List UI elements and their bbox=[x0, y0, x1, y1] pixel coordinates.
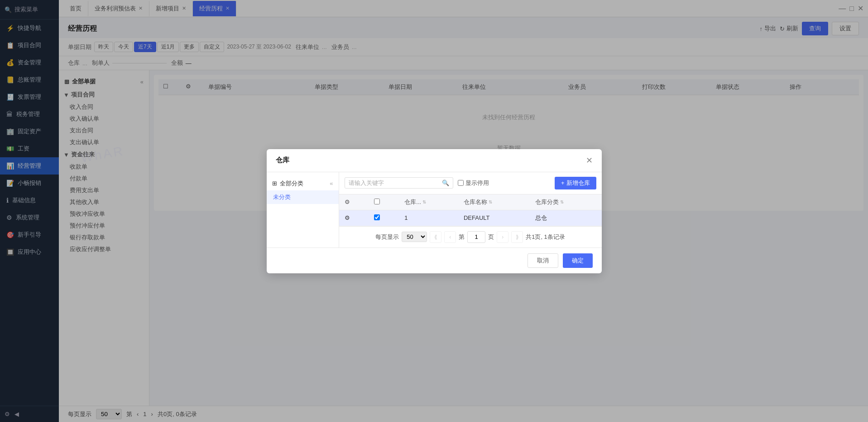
modal-per-page-label: 每页显示 bbox=[375, 233, 399, 241]
modal-col-checkbox-all[interactable] bbox=[369, 194, 399, 210]
table-row[interactable]: ⚙ 1 DEFAULT 总仓 bbox=[339, 210, 602, 226]
modal-page-suffix: 页 bbox=[488, 233, 494, 241]
modal-search-icon: 🔍 bbox=[442, 179, 449, 186]
modal-next-page-btn[interactable]: › bbox=[497, 231, 508, 243]
modal-toolbar: 🔍 显示停用 + 新增仓库 bbox=[339, 172, 602, 194]
modal-cancel-btn[interactable]: 取消 bbox=[528, 253, 558, 268]
modal-total-records: 共1页, 1条记录 bbox=[526, 233, 565, 241]
modal-left-panel: ⊞ 全部分类 « 未分类 bbox=[267, 172, 339, 247]
modal-body: ⊞ 全部分类 « 未分类 🔍 显示停用 bbox=[267, 172, 602, 247]
show-disabled-checkbox[interactable] bbox=[458, 180, 464, 186]
modal-first-page-btn[interactable]: ⟪ bbox=[430, 231, 441, 243]
modal-left-header: ⊞ 全部分类 « bbox=[267, 177, 339, 190]
sort-icon-cat: ⇅ bbox=[560, 199, 564, 204]
sort-icon-name: ⇅ bbox=[489, 199, 492, 204]
add-btn-label: 新增仓库 bbox=[566, 179, 590, 187]
modal-uncategorized-label: 未分类 bbox=[273, 193, 291, 201]
show-disabled-checkbox-label[interactable]: 显示停用 bbox=[458, 179, 489, 187]
modal-header: 仓库 ✕ bbox=[267, 149, 602, 172]
row-id: 1 bbox=[399, 210, 458, 226]
row-gear: ⚙ bbox=[339, 210, 369, 226]
modal-close-btn[interactable]: ✕ bbox=[586, 155, 593, 165]
row-checkbox-cell[interactable] bbox=[369, 210, 399, 226]
grid-icon2: ⊞ bbox=[272, 180, 277, 187]
modal-left-collapse-btn[interactable]: « bbox=[330, 180, 333, 187]
select-all-checkbox[interactable] bbox=[374, 199, 380, 204]
modal-search-input[interactable] bbox=[349, 179, 439, 186]
modal-page-input[interactable] bbox=[467, 231, 485, 243]
modal-col-category[interactable]: 仓库分类 ⇅ bbox=[530, 194, 601, 210]
modal-all-categories[interactable]: 全部分类 bbox=[280, 179, 303, 188]
sort-icon-code: ⇅ bbox=[422, 199, 426, 204]
modal-right-panel: 🔍 显示停用 + 新增仓库 ⚙ bbox=[339, 172, 602, 247]
modal-search-box[interactable]: 🔍 bbox=[345, 177, 453, 189]
modal-footer: 取消 确定 bbox=[267, 247, 602, 273]
show-disabled-label: 显示停用 bbox=[465, 179, 489, 187]
modal-table: ⚙ 仓库... ⇅ 仓库名称 ⇅ bbox=[339, 194, 602, 226]
row-code: DEFAULT bbox=[458, 210, 530, 226]
modal-prev-page-btn[interactable]: ‹ bbox=[444, 231, 456, 243]
modal-category-uncategorized[interactable]: 未分类 bbox=[267, 190, 339, 204]
warehouse-modal: 仓库 ✕ ⊞ 全部分类 « 未分类 🔍 bbox=[267, 149, 602, 273]
modal-page-label: 第 bbox=[459, 233, 465, 241]
modal-col-gear: ⚙ bbox=[339, 194, 369, 210]
modal-confirm-btn[interactable]: 确定 bbox=[563, 253, 593, 268]
modal-per-page-select[interactable]: 50 100 bbox=[402, 232, 427, 242]
modal-pagination: 每页显示 50 100 ⟪ ‹ 第 页 › ⟫ 共1页, 1条记录 bbox=[339, 226, 602, 247]
modal-col-name[interactable]: 仓库名称 ⇅ bbox=[458, 194, 530, 210]
modal-col-code[interactable]: 仓库... ⇅ bbox=[399, 194, 458, 210]
modal-title: 仓库 bbox=[276, 156, 289, 165]
row-name: 总仓 bbox=[530, 210, 601, 226]
modal-last-page-btn[interactable]: ⟫ bbox=[511, 231, 523, 243]
add-warehouse-btn[interactable]: + 新增仓库 bbox=[555, 177, 596, 189]
plus-icon: + bbox=[561, 179, 565, 186]
row-checkbox[interactable] bbox=[374, 214, 380, 220]
